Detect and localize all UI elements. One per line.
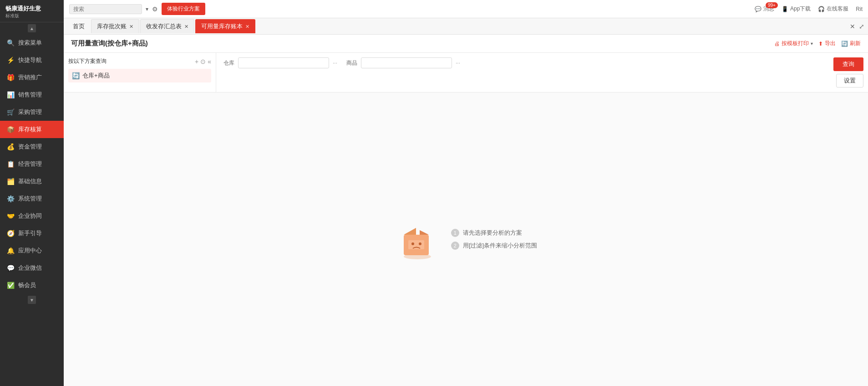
collapse-scheme-button[interactable]: «: [208, 58, 211, 65]
sidebar-item-purchase[interactable]: 🛒 采购管理: [0, 103, 64, 121]
sidebar-item-label: 企业协同: [18, 212, 42, 220]
sidebar-item-finance[interactable]: 💰 资金管理: [0, 138, 64, 155]
hint2-text: 用[过滤]条件来缩小分析范围: [463, 242, 537, 250]
topbar: ▾ ⚙ 体验行业方案 💬 消息 99+ 📱 App下载 🎧 在线客服 Rit: [64, 0, 868, 18]
scheme-header-label: 按以下方案查询: [68, 57, 107, 65]
scheme-panel: 按以下方案查询 + ⊙ « 🔄 仓库+商品: [64, 53, 216, 92]
search-input[interactable]: [69, 4, 142, 14]
search-menu-icon: 🔍: [6, 39, 15, 47]
tab-receipt-summary-close[interactable]: ✕: [184, 24, 188, 30]
tab-batch-ledger[interactable]: 库存批次账 ✕: [91, 19, 139, 33]
svg-rect-4: [408, 240, 424, 249]
filter-panel: 按以下方案查询 + ⊙ « 🔄 仓库+商品 仓库 ···: [64, 53, 868, 93]
sidebar-scroll-down[interactable]: ▼: [28, 296, 36, 304]
scheme-item-warehouse-product[interactable]: 🔄 仓库+商品: [68, 69, 211, 82]
warehouse-label: 仓库: [223, 59, 234, 67]
tab-batch-ledger-label: 库存批次账: [97, 22, 127, 31]
sidebar-item-sales[interactable]: 📊 销售管理: [0, 86, 64, 103]
product-label: 商品: [346, 59, 357, 67]
tab-home-label: 首页: [73, 22, 85, 31]
sidebar-item-enterprise[interactable]: 🤝 企业协同: [0, 207, 64, 225]
tab-receipt-summary-label: 收发存汇总表: [146, 22, 182, 31]
scheme-item-icon: 🔄: [72, 72, 80, 79]
main-content: ▾ ⚙ 体验行业方案 💬 消息 99+ 📱 App下载 🎧 在线客服 Rit 首…: [64, 0, 868, 386]
message-button[interactable]: 💬 消息 99+: [755, 5, 774, 13]
basic-icon: 🗂️: [6, 177, 15, 185]
tab-batch-ledger-close[interactable]: ✕: [129, 24, 133, 30]
app-download-button[interactable]: 📱 App下载: [782, 5, 811, 13]
svg-marker-2: [404, 228, 416, 235]
product-input[interactable]: [361, 57, 452, 68]
app-title: 畅康通好生意: [5, 5, 58, 13]
page-header-actions: 🖨 按模板打印 ▾ ⬆ 导出 🔄 刷新: [774, 40, 861, 47]
empty-state: 1 请先选择要分析的方案 2 用[过滤]条件来缩小分析范围: [64, 93, 868, 386]
wechat-icon: 💬: [6, 264, 15, 272]
sidebar-item-search[interactable]: 🔍 搜索菜单: [0, 34, 64, 51]
sidebar-item-newbie[interactable]: 🧭 新手引导: [0, 225, 64, 242]
tabs-bar: 首页 库存批次账 ✕ 收发存汇总表 ✕ 可用量库存账本 ✕ ✕ ⤢: [64, 18, 868, 35]
industry-solution-button[interactable]: 体验行业方案: [162, 3, 205, 15]
sidebar-item-apps[interactable]: 🔔 应用中心: [0, 242, 64, 259]
hint2-number: 2: [451, 242, 459, 250]
product-more[interactable]: ···: [456, 60, 460, 66]
export-button[interactable]: ⬆ 导出: [818, 40, 836, 47]
warehouse-filter: 仓库 ···: [223, 57, 337, 68]
phone-icon: 📱: [782, 6, 788, 12]
newbie-icon: 🧭: [6, 229, 15, 237]
sidebar-logo: 畅康通好生意 标准版: [0, 0, 64, 22]
export-icon: ⬆: [818, 41, 823, 47]
scheme-header-btns: + ⊙ «: [195, 58, 211, 65]
print-dropdown-icon[interactable]: ▾: [811, 41, 813, 46]
gear-icon[interactable]: ⚙: [152, 5, 158, 13]
settings-scheme-button[interactable]: ⊙: [200, 58, 206, 65]
print-button[interactable]: 🖨 按模板打印 ▾: [774, 40, 813, 47]
inventory-icon: 📦: [6, 125, 15, 134]
filter-settings-button[interactable]: 设置: [836, 74, 863, 87]
sidebar-item-label: 采购管理: [18, 108, 42, 116]
service-label: 在线客服: [827, 5, 848, 13]
maximize-window-icon[interactable]: ⤢: [859, 23, 864, 30]
tab-available-ledger-close[interactable]: ✕: [245, 24, 249, 30]
empty-hint-1: 1 请先选择要分析的方案: [451, 229, 537, 237]
query-button[interactable]: 查询: [833, 57, 863, 71]
printer-icon: 🖨: [774, 41, 780, 47]
svg-point-6: [419, 242, 421, 245]
warehouse-input[interactable]: [238, 57, 329, 68]
empty-hint-2: 2 用[过滤]条件来缩小分析范围: [451, 242, 537, 250]
sidebar-item-label: 搜索菜单: [18, 39, 42, 47]
close-window-icon[interactable]: ✕: [850, 23, 855, 30]
online-service-button[interactable]: 🎧 在线客服: [818, 5, 848, 13]
warehouse-more[interactable]: ···: [333, 60, 337, 66]
marketing-icon: 🎁: [6, 73, 15, 82]
sidebar-item-wechat[interactable]: 💬 企业微信: [0, 259, 64, 277]
add-scheme-button[interactable]: +: [195, 58, 198, 65]
sidebar-item-marketing[interactable]: 🎁 营销推广: [0, 69, 64, 86]
sidebar-item-basic[interactable]: 🗂️ 基础信息: [0, 173, 64, 190]
user-avatar[interactable]: Rit: [856, 6, 863, 12]
member-icon: ✅: [6, 281, 15, 289]
app-label: App下载: [790, 5, 811, 13]
empty-svg: [395, 216, 440, 262]
content-area: 按以下方案查询 + ⊙ « 🔄 仓库+商品 仓库 ···: [64, 53, 868, 386]
refresh-button[interactable]: 🔄 刷新: [841, 40, 861, 47]
tab-available-ledger[interactable]: 可用量库存账本 ✕: [195, 19, 255, 33]
filter-actions: 查询 设置: [829, 53, 868, 92]
shortcut-icon: ⚡: [6, 56, 15, 64]
sidebar-item-shortcut[interactable]: ⚡ 快捷导航: [0, 51, 64, 69]
sidebar-item-label: 应用中心: [18, 247, 42, 255]
tab-receipt-summary[interactable]: 收发存汇总表 ✕: [140, 19, 194, 33]
enterprise-icon: 🤝: [6, 212, 15, 220]
tab-home[interactable]: 首页: [67, 20, 90, 33]
sidebar-item-label: 营销推广: [18, 73, 42, 82]
dropdown-button[interactable]: ▾: [146, 6, 148, 12]
sidebar-item-operations[interactable]: 📋 经营管理: [0, 155, 64, 173]
finance-icon: 💰: [6, 143, 15, 151]
svg-point-5: [411, 242, 414, 245]
sidebar-item-inventory[interactable]: 📦 库存核算: [0, 121, 64, 138]
sidebar-item-label: 基础信息: [18, 177, 42, 185]
scheme-item-label: 仓库+商品: [82, 72, 110, 80]
sidebar-item-member[interactable]: ✅ 畅会员: [0, 277, 64, 294]
sidebar-item-system[interactable]: ⚙️ 系统管理: [0, 190, 64, 207]
sidebar-item-label: 销售管理: [18, 91, 42, 99]
sidebar-scroll-up[interactable]: ▲: [28, 24, 36, 32]
